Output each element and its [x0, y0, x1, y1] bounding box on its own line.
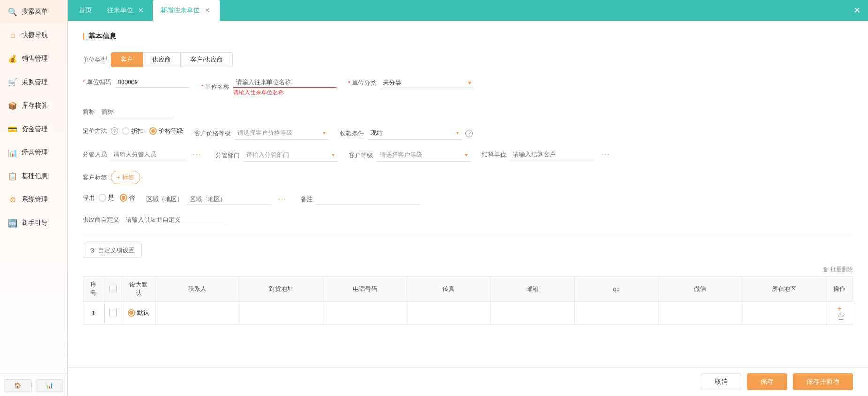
manager-more-btn[interactable]: ··· — [190, 149, 204, 160]
unit-type-customer[interactable]: 客户 — [111, 52, 143, 67]
pricing-radio-group: 折扣 价格等级 — [122, 127, 183, 135]
tab-contacts-close[interactable]: ✕ — [136, 6, 145, 15]
basic-icon: 📋 — [8, 171, 18, 181]
qq-input[interactable] — [579, 310, 654, 317]
sidebar-bottom-btn2[interactable]: 📊 — [36, 379, 64, 392]
row-add-btn[interactable]: + — [837, 304, 841, 312]
unit-code-label: 单位编码 — [83, 78, 111, 86]
section-bar-icon — [83, 33, 84, 40]
sidebar-label-purchase: 采购管理 — [22, 78, 48, 86]
inventory-icon: 📦 — [8, 101, 18, 111]
sidebar-label-search: 搜索菜单 — [22, 8, 48, 16]
sidebar-item-operations[interactable]: 📊 经营管理 — [0, 141, 67, 164]
table-region-input[interactable] — [747, 310, 821, 317]
save-and-new-button[interactable]: 保存并新增 — [793, 373, 853, 390]
manager-input[interactable] — [111, 149, 186, 160]
col-qq: qq — [574, 277, 658, 302]
manager-field: 分管人员 ··· — [83, 149, 204, 160]
disabled-yes-option[interactable]: 是 — [99, 194, 114, 202]
pricing-row: 定价方法 ? 折扣 价格等级 客户价格等级 请选择客户价格等级 — [83, 127, 853, 140]
supplier-custom-input[interactable] — [123, 214, 226, 225]
sidebar-label-finance: 资金管理 — [22, 125, 48, 133]
sidebar-item-system[interactable]: ⚙ 系统管理 — [0, 188, 67, 211]
tab-new-contact[interactable]: 新增往来单位 ✕ — [153, 0, 220, 21]
short-name-input[interactable] — [99, 106, 174, 117]
unit-code-input[interactable] — [115, 77, 190, 88]
purchase-icon: 🛒 — [8, 77, 18, 87]
remark-input[interactable] — [317, 194, 420, 205]
add-tag-button[interactable]: + 标签 — [111, 171, 140, 184]
contact-input[interactable] — [160, 310, 235, 317]
main-area: 首页 往来单位 ✕ 新增往来单位 ✕ ✕ 基本信息 单位类型 客户 供应商 客 — [68, 0, 868, 396]
settlement-unit-field: 结算单位 ··· — [482, 149, 613, 160]
col-address: 到货地址 — [239, 277, 323, 302]
col-action: 操作 — [826, 277, 853, 302]
finance-icon: 💳 — [8, 124, 18, 134]
tab-contacts[interactable]: 往来单位 ✕ — [99, 0, 153, 21]
payment-info-icon[interactable]: ? — [465, 130, 473, 137]
cancel-button[interactable]: 取消 — [701, 373, 741, 390]
guide-icon: 🆕 — [8, 218, 18, 228]
sidebar-item-purchase[interactable]: 🛒 采购管理 — [0, 70, 67, 94]
pricing-discount-option[interactable]: 折扣 — [122, 127, 144, 135]
disabled-no-option[interactable]: 否 — [120, 194, 135, 202]
cell-fax — [407, 302, 491, 325]
sidebar-item-basic[interactable]: 📋 基础信息 — [0, 164, 67, 188]
sidebar-item-sales[interactable]: 💰 销售管理 — [0, 47, 67, 70]
cell-phone — [323, 302, 407, 325]
settlement-more-btn[interactable]: ··· — [598, 149, 613, 160]
address-input[interactable] — [244, 310, 318, 317]
region-more-btn[interactable]: ··· — [275, 194, 289, 204]
department-placeholder: 请输入分管部门 — [246, 151, 330, 159]
col-default: 设为默认 — [122, 277, 156, 302]
payment-terms-select[interactable]: 现结 ▾ — [368, 127, 462, 140]
tab-new-contact-close[interactable]: ✕ — [203, 6, 212, 15]
customer-price-level-select[interactable]: 请选择客户价格等级 ▾ — [235, 127, 328, 140]
unit-category-select[interactable]: 未分类 ▾ — [380, 77, 474, 89]
disabled-no-label: 否 — [129, 194, 135, 202]
unit-type-supplier[interactable]: 供应商 — [143, 52, 181, 67]
tab-home[interactable]: 首页 — [71, 0, 99, 21]
custom-settings-label: 自定义项设置 — [98, 246, 135, 255]
region-input[interactable] — [187, 194, 271, 205]
default-label: 默认 — [137, 309, 149, 317]
sidebar-item-quicknav[interactable]: ⌂ 快捷导航 — [0, 23, 67, 47]
select-all-checkbox[interactable] — [109, 285, 117, 292]
pricing-info-icon[interactable]: ? — [111, 127, 118, 135]
customer-level-field: 客户等级 请选择客户等级 ▾ — [349, 149, 471, 162]
tab-contacts-label: 往来单位 — [107, 6, 133, 15]
department-chevron: ▾ — [332, 152, 335, 158]
gear-icon: ⚙ — [90, 247, 95, 254]
disabled-yes-radio — [99, 194, 106, 202]
fax-input[interactable] — [412, 310, 486, 317]
unit-info-row: 单位编码 单位名称 请输入往来单位名称 单位分类 未分类 ▾ — [83, 77, 853, 97]
settlement-unit-input[interactable] — [510, 149, 594, 160]
department-select[interactable]: 请输入分管部门 ▾ — [244, 149, 337, 162]
contacts-table: 序号 设为默认 联系人 到货地址 电话号码 传真 邮箱 qq 微信 所在地区 操… — [83, 276, 853, 325]
pricing-level-option[interactable]: 价格等级 — [149, 127, 183, 135]
window-close-button[interactable]: ✕ — [850, 3, 864, 17]
sidebar-item-search[interactable]: 🔍 搜索菜单 — [0, 0, 67, 23]
delete-icon: 🗑 — [823, 266, 829, 273]
batch-delete-area[interactable]: 🗑 批量删除 — [83, 265, 853, 273]
sidebar-item-guide[interactable]: 🆕 新手引导 — [0, 211, 67, 235]
row-checkbox[interactable] — [109, 309, 117, 316]
sidebar: 🔍 搜索菜单 ⌂ 快捷导航 💰 销售管理 🛒 采购管理 📦 库存核算 💳 资金管… — [0, 0, 68, 396]
unit-name-input[interactable] — [233, 77, 336, 88]
customer-level-label: 客户等级 — [349, 151, 373, 160]
customer-level-select[interactable]: 请选择客户等级 ▾ — [377, 149, 471, 162]
email-input[interactable] — [495, 310, 570, 317]
pricing-discount-radio — [122, 127, 129, 135]
sidebar-bottom-btn1[interactable]: 🏠 — [4, 379, 32, 392]
department-label: 分管部门 — [215, 151, 240, 160]
save-button[interactable]: 保存 — [747, 373, 787, 390]
phone-input[interactable] — [328, 310, 402, 317]
weixin-input[interactable] — [663, 310, 738, 317]
custom-settings-button[interactable]: ⚙ 自定义项设置 — [83, 243, 142, 258]
unit-type-both[interactable]: 客户/供应商 — [181, 52, 233, 67]
batch-delete-label: 批量删除 — [830, 265, 853, 273]
default-radio-option[interactable]: 默认 — [127, 309, 151, 317]
row-delete-btn[interactable]: 🗑 — [838, 313, 845, 321]
sidebar-item-finance[interactable]: 💳 资金管理 — [0, 117, 67, 141]
sidebar-item-inventory[interactable]: 📦 库存核算 — [0, 94, 67, 117]
